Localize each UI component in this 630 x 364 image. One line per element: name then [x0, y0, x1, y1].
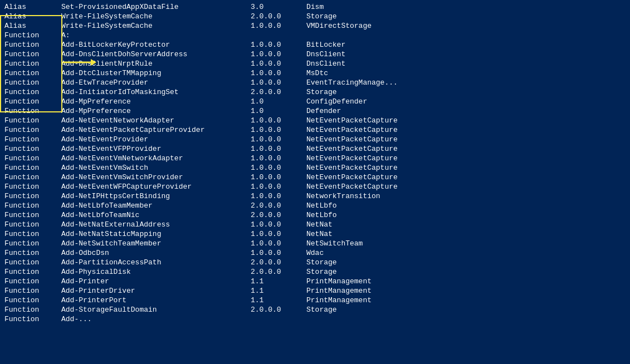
name-cell: Add-PartitionAccessPath: [61, 258, 251, 267]
version-cell: 1.0.0.0: [251, 173, 306, 181]
module-cell: NetEventPacketCapture: [306, 154, 630, 163]
type-cell: Function: [0, 315, 61, 323]
type-cell: Function: [0, 164, 61, 172]
type-cell: Function: [0, 78, 61, 87]
version-cell: 2.0.0.0: [251, 268, 306, 276]
module-cell: Storage: [306, 88, 630, 96]
name-cell: Add-Printer: [61, 277, 251, 286]
version-cell: 1.0.0.0: [251, 135, 306, 144]
version-cell: 1.1: [251, 296, 306, 304]
name-cell: Add-NetEventPacketCaptureProvider: [61, 126, 251, 134]
version-cell: 2.0.0.0: [251, 12, 306, 21]
type-cell: Function: [0, 211, 61, 219]
module-cell: [306, 315, 630, 323]
version-cell: 2.0.0.0: [251, 201, 306, 210]
table-row: FunctionAdd-NetEventVmNetworkAdapter1.0.…: [0, 154, 630, 163]
module-cell: PrintManagement: [306, 287, 630, 295]
table-row: FunctionAdd-...: [0, 314, 630, 324]
table-row: FunctionAdd-PrinterDriver1.1PrintManagem…: [0, 286, 630, 296]
type-cell: Function: [0, 230, 61, 238]
version-cell: 1.0.0.0: [251, 154, 306, 163]
version-cell: 1.0.0.0: [251, 60, 306, 68]
table-row: FunctionAdd-NetIPHttpsCertBinding1.0.0.0…: [0, 191, 630, 201]
version-cell: 1.1: [251, 287, 306, 295]
module-cell: NetEventPacketCapture: [306, 164, 630, 172]
module-cell: Storage: [306, 258, 630, 267]
type-cell: Function: [0, 173, 61, 181]
module-cell: NetSwitchTeam: [306, 239, 630, 248]
module-cell: [306, 31, 630, 40]
type-cell: Function: [0, 97, 61, 106]
table-row: FunctionAdd-PartitionAccessPath2.0.0.0St…: [0, 258, 630, 267]
type-cell: Function: [0, 183, 61, 191]
table-row: FunctionAdd-NetEventWFPCaptureProvider1.…: [0, 182, 630, 191]
type-cell: Function: [0, 268, 61, 276]
terminal-wrapper: AliasSet-ProvisionedAppXDataFile3.0DismA…: [0, 0, 630, 326]
version-cell: [251, 315, 306, 323]
name-cell: Add-NetEventVmSwitch: [61, 164, 251, 172]
table-row: FunctionAdd-NetEventProvider1.0.0.0NetEv…: [0, 135, 630, 144]
name-cell: Add-NetEventNetworkAdapter: [61, 116, 251, 125]
table-row: FunctionAdd-MpPreference1.0ConfigDefende…: [0, 97, 630, 106]
table-row: FunctionAdd-Printer1.1PrintManagement: [0, 277, 630, 286]
type-cell: Function: [0, 50, 61, 58]
type-cell: Function: [0, 201, 61, 210]
table-row: FunctionAdd-DnsClientDohServerAddress1.0…: [0, 50, 630, 59]
version-cell: 1.0: [251, 97, 306, 106]
version-cell: 1.0.0.0: [251, 164, 306, 172]
terminal: AliasSet-ProvisionedAppXDataFile3.0DismA…: [0, 0, 630, 326]
name-cell: Add-NetNatExternalAddress: [61, 220, 251, 229]
type-cell: Function: [0, 154, 61, 163]
table-row: FunctionAdd-NetEventVmSwitch1.0.0.0NetEv…: [0, 163, 630, 173]
table-row: FunctionAdd-NetLbfoTeamNic2.0.0.0NetLbfo: [0, 210, 630, 220]
name-cell: Add-InitiatorIdToMaskingSet: [61, 88, 251, 96]
type-cell: Function: [0, 287, 61, 295]
type-cell: Function: [0, 306, 61, 314]
version-cell: 1.0.0.0: [251, 230, 306, 238]
name-cell: Add-PrinterPort: [61, 296, 251, 304]
name-cell: Add-NetLbfoTeamNic: [61, 211, 251, 219]
name-cell: Set-ProvisionedAppXDataFile: [61, 3, 251, 11]
name-cell: Write-FileSystemCache: [61, 12, 251, 21]
module-cell: DnsClient: [306, 50, 630, 58]
version-cell: 1.0.0.0: [251, 249, 306, 257]
table-row: AliasSet-ProvisionedAppXDataFile3.0Dism: [0, 2, 630, 12]
type-cell: Function: [0, 277, 61, 286]
name-cell: Add-NetNatStaticMapping: [61, 230, 251, 238]
type-cell: Alias: [0, 3, 61, 11]
name-cell: Add-NetEventProvider: [61, 135, 251, 144]
name-cell: Add-NetIPHttpsCertBinding: [61, 192, 251, 200]
table-row: FunctionAdd-MpPreference1.0Defender: [0, 106, 630, 116]
table-row: FunctionAdd-NetEventNetworkAdapter1.0.0.…: [0, 116, 630, 125]
module-cell: EventTracingManage...: [306, 78, 630, 87]
version-cell: 1.0.0.0: [251, 50, 306, 58]
table-row: FunctionAdd-DnsClientNrptRule1.0.0.0DnsC…: [0, 59, 630, 68]
table-row: FunctionAdd-PrinterPort1.1PrintManagemen…: [0, 296, 630, 305]
table-row: FunctionAdd-NetNatExternalAddress1.0.0.0…: [0, 220, 630, 229]
version-cell: 1.0.0.0: [251, 220, 306, 229]
table-row: FunctionAdd-StorageFaultDomain2.0.0.0Sto…: [0, 305, 630, 314]
name-cell: Add-EtwTraceProvider: [61, 78, 251, 87]
table-row: AliasWrite-FileSystemCache2.0.0.0Storage: [0, 12, 630, 21]
module-cell: NetEventPacketCapture: [306, 173, 630, 181]
type-cell: Function: [0, 69, 61, 77]
version-cell: 1.0.0.0: [251, 78, 306, 87]
name-cell: Add-MpPreference: [61, 97, 251, 106]
type-cell: Alias: [0, 12, 61, 21]
name-cell: Add-DnsClientNrptRule: [61, 60, 251, 68]
module-cell: Wdac: [306, 249, 630, 257]
module-cell: MsDtc: [306, 69, 630, 77]
name-cell: Add-MpPreference: [61, 107, 251, 115]
name-cell: Write-FileSystemCache: [61, 22, 251, 30]
type-cell: Function: [0, 126, 61, 134]
type-cell: Function: [0, 88, 61, 96]
type-cell: Function: [0, 41, 61, 49]
version-cell: 1.0.0.0: [251, 126, 306, 134]
name-cell: Add-PrinterDriver: [61, 287, 251, 295]
table-row: AliasWrite-FileSystemCache1.0.0.0VMDirec…: [0, 21, 630, 31]
type-cell: Function: [0, 192, 61, 200]
table-row: FunctionAdd-NetEventPacketCaptureProvide…: [0, 125, 630, 135]
module-cell: BitLocker: [306, 41, 630, 49]
module-cell: NetEventPacketCapture: [306, 116, 630, 125]
module-cell: ConfigDefender: [306, 97, 630, 106]
